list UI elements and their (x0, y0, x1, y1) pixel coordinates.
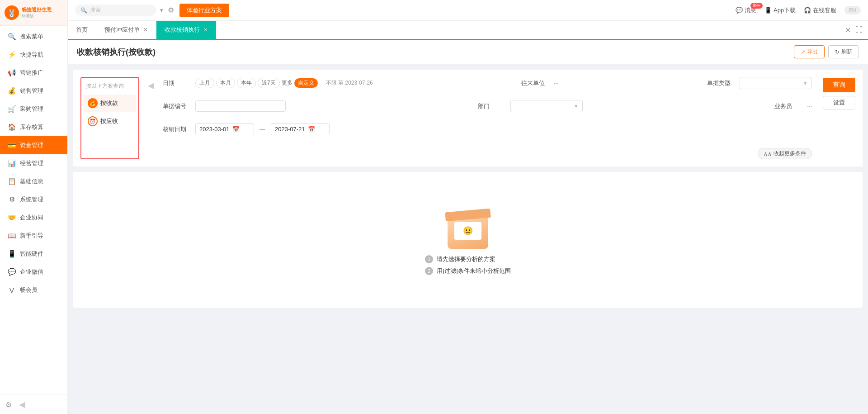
filter-panel: 按以下方案查询 💰 按收款 ⏰ 按应收 ◀ (73, 70, 863, 167)
sidebar-item-13[interactable]: 💬企业微信 (0, 263, 67, 281)
sidebar-item-9[interactable]: ⚙系统管理 (0, 190, 67, 209)
tabbar-expand-icon[interactable]: ⛶ (855, 26, 863, 34)
tabbar: 首页 预付冲应付单 ✕ 收款核销执行 ✕ ✕ ⛶ (68, 21, 868, 40)
topbar-gear-icon[interactable]: ⚙ (168, 6, 174, 14)
filter-receipt-icon: 💰 (88, 98, 98, 108)
sidebar-item-6[interactable]: 💳资金管理 (0, 136, 67, 154)
sidebar-label-7: 经营管理 (20, 159, 43, 167)
empty-tips: 1 请先选择要分析的方案 2 用[过滤]条件来缩小分析范围 (425, 255, 510, 275)
sidebar-item-10[interactable]: 🤝企业协同 (0, 209, 67, 227)
sidebar-label-9: 系统管理 (20, 195, 43, 204)
main-content: 😐 1 请先选择要分析的方案 2 用[过滤]条件来缩小分析范围 (73, 172, 863, 308)
collapse-more-button[interactable]: ∧∧ 收起更多条件 (758, 148, 812, 159)
search-icon: 🔍 (80, 7, 87, 14)
sidebar-item-14[interactable]: V畅会员 (0, 281, 67, 299)
tab-home[interactable]: 首页 (68, 21, 96, 39)
collapse-icon: ∧∧ (764, 151, 772, 157)
setting-button[interactable]: 设置 (823, 96, 855, 109)
empty-num-2: 2 (425, 267, 433, 275)
topbar: 🔍 搜索 ▾ ⚙ 体验行业方案 💬 消息 99+ 📱 App下载 🎧 在线客服 (68, 0, 868, 21)
query-button[interactable]: 查询 (823, 78, 855, 92)
settings-icon[interactable]: ⚙ (5, 400, 12, 409)
date-custom-badge[interactable]: 自定义 (294, 78, 318, 88)
sidebar-icon-9: ⚙ (7, 195, 16, 204)
sidebar-item-2[interactable]: 📢营销推广 (0, 64, 67, 82)
sidebar-label-14: 畅会员 (20, 286, 38, 294)
doc-no-label: 单据编号 (163, 102, 190, 110)
sidebar-item-0[interactable]: 🔍搜索菜单 (0, 28, 67, 46)
verify-date-end[interactable]: 2023-07-21 📅 (271, 123, 330, 135)
filter-receivable-label: 按应收 (100, 117, 118, 125)
export-button[interactable]: ↗ 导出 (794, 45, 825, 58)
collapse-icon[interactable]: ◀ (19, 400, 25, 409)
tabbar-actions: ✕ ⛶ (840, 21, 868, 39)
sidebar-label-13: 企业微信 (20, 268, 43, 276)
tab-receipt-verify-close-icon[interactable]: ✕ (203, 27, 208, 33)
messages-count: 99+ (750, 3, 763, 9)
tab-prepay-close-icon[interactable]: ✕ (143, 27, 148, 33)
app-download-label: App下载 (774, 6, 796, 14)
filter-collapse-btn[interactable]: ◀ (146, 77, 156, 90)
filter-option-by-receivable[interactable]: ⏰ 按应收 (83, 113, 137, 130)
tabbar-close-icon[interactable]: ✕ (845, 26, 851, 34)
page-header: 收款核销执行(按收款) ↗ 导出 ↻ 刷新 (68, 40, 868, 64)
date-more-btn[interactable]: 更多 (282, 79, 292, 87)
sidebar-logo: 🐰 畅捷通好生意 标准版 (0, 0, 67, 26)
counterpart-dotdot[interactable]: ··· (554, 80, 559, 86)
sidebar-item-3[interactable]: 💰销售管理 (0, 82, 67, 100)
empty-num-1: 1 (425, 255, 433, 263)
filter-option-by-receipt[interactable]: 💰 按收款 (83, 95, 137, 112)
empty-tip-1: 1 请先选择要分析的方案 (425, 255, 510, 263)
date-btn-7days[interactable]: 近7天 (258, 78, 280, 88)
user-info[interactable]: Rit (844, 6, 861, 14)
sidebar-icon-4: 🛒 (7, 105, 16, 114)
sidebar-icon-5: 🏠 (7, 123, 16, 132)
sidebar-item-11[interactable]: 📖新手引导 (0, 227, 67, 245)
sidebar-item-1[interactable]: ⚡快捷导航 (0, 46, 67, 64)
calendar-start-icon[interactable]: 📅 (232, 126, 240, 133)
verify-date-start[interactable]: 2023-03-01 📅 (195, 123, 254, 135)
empty-illustration: 😐 (441, 199, 495, 249)
date-btn-this-year[interactable]: 本年 (237, 78, 256, 88)
sidebar-item-12[interactable]: 📱智能硬件 (0, 245, 67, 263)
app-download-link[interactable]: 📱 App下载 (764, 6, 796, 14)
refresh-button[interactable]: ↻ 刷新 (828, 45, 859, 58)
form-row-3: 核销日期 2023-03-01 📅 — 2023-07-21 📅 (163, 123, 812, 135)
sidebar-label-4: 采购管理 (20, 105, 43, 113)
date-quick-btns: 上月 本月 本年 近7天 更多 自定义 (195, 78, 318, 88)
calendar-end-icon[interactable]: 📅 (308, 126, 315, 133)
collapse-more-label: 收起更多条件 (774, 150, 806, 157)
sidebar-label-10: 企业协同 (20, 214, 43, 222)
messages-icon: 💬 (736, 7, 743, 14)
sidebar-item-4[interactable]: 🛒采购管理 (0, 100, 67, 118)
sidebar-item-5[interactable]: 🏠库存核算 (0, 118, 67, 136)
filter-body: 日期 上月 本月 本年 近7天 更多 自定义 不限 至 2023-07-26 (163, 77, 812, 159)
solution-button[interactable]: 体验行业方案 (179, 4, 229, 17)
online-service-link[interactable]: 🎧 在线客服 (804, 6, 836, 14)
app-logo-icon: 🐰 (5, 5, 19, 20)
date-btn-last-month[interactable]: 上月 (195, 78, 214, 88)
salesperson-dotdot[interactable]: ··· (807, 103, 812, 109)
filter-form: 日期 上月 本月 本年 近7天 更多 自定义 不限 至 2023-07-26 (163, 77, 812, 159)
messages-badge[interactable]: 💬 消息 99+ (736, 6, 756, 14)
date-label: 日期 (163, 79, 190, 87)
sidebar-label-5: 库存核算 (20, 123, 43, 131)
verify-date-label: 核销日期 (163, 125, 190, 133)
topbar-chevron-icon[interactable]: ▾ (160, 7, 163, 14)
tab-prepay-label: 预付冲应付单 (104, 26, 140, 34)
sidebar-label-1: 快捷导航 (20, 51, 43, 59)
tab-prepay[interactable]: 预付冲应付单 ✕ (96, 21, 156, 39)
doc-no-input[interactable] (200, 103, 281, 109)
sidebar-item-7[interactable]: 📊经营管理 (0, 154, 67, 172)
date-btn-this-month[interactable]: 本月 (216, 78, 235, 88)
sidebar-label-2: 营销推广 (20, 69, 43, 77)
sidebar-label-3: 销售管理 (20, 87, 43, 95)
tab-receipt-verify-label: 收款核销执行 (165, 26, 200, 34)
filter-sidebar-title: 按以下方案查询 (81, 82, 138, 94)
sidebar-icon-6: 💳 (7, 141, 16, 150)
sidebar-item-8[interactable]: 📋基础信息 (0, 172, 67, 190)
search-bar[interactable]: 🔍 搜索 (75, 5, 156, 16)
sidebar-label-6: 资金管理 (20, 141, 43, 149)
date-range-separator: — (259, 126, 265, 133)
tab-receipt-verify[interactable]: 收款核销执行 ✕ (156, 21, 217, 39)
